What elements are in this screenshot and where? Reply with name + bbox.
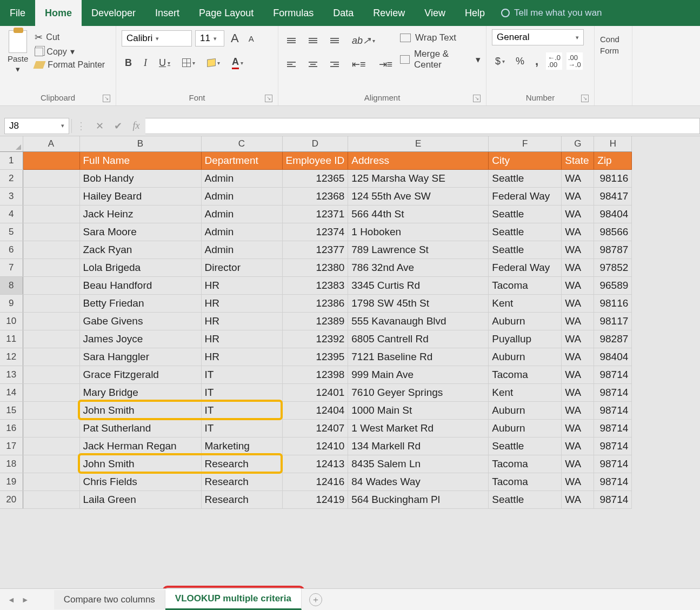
cell[interactable]: 97852 xyxy=(594,258,632,276)
tab-view[interactable]: View xyxy=(415,0,455,26)
column-header[interactable]: C xyxy=(201,136,282,151)
cell[interactable]: 12368 xyxy=(282,187,348,205)
cell[interactable]: 98566 xyxy=(594,223,632,241)
fill-color-button[interactable]: ▾ xyxy=(204,57,223,69)
cell[interactable]: 98404 xyxy=(594,205,632,223)
cell[interactable]: Seattle xyxy=(489,437,562,455)
cell[interactable]: City xyxy=(489,151,562,169)
cell[interactable]: Auburn xyxy=(489,348,562,366)
cell[interactable]: Zip xyxy=(594,151,632,169)
cell[interactable]: Employee ID xyxy=(282,151,348,169)
cell[interactable]: Zack Ryan xyxy=(79,241,201,258)
font-color-button[interactable]: A▾ xyxy=(229,54,246,71)
row-header[interactable]: 14 xyxy=(0,383,23,401)
cell[interactable]: Tacoma xyxy=(489,473,562,490)
cell[interactable]: 999 Main Ave xyxy=(348,366,489,383)
cell[interactable] xyxy=(23,223,79,241)
align-right-button[interactable] xyxy=(327,59,342,69)
cell[interactable]: 7121 Baseline Rd xyxy=(348,348,489,366)
cell[interactable]: IT xyxy=(201,383,282,401)
dialog-launcher-icon[interactable]: ↘ xyxy=(581,95,589,102)
cell[interactable]: Betty Friedan xyxy=(79,294,201,312)
enter-button[interactable]: ✔ xyxy=(109,120,127,132)
tab-developer[interactable]: Developer xyxy=(82,0,145,26)
cell[interactable] xyxy=(23,455,79,473)
align-bottom-button[interactable] xyxy=(327,36,342,45)
align-center-button[interactable] xyxy=(305,59,321,69)
cell[interactable]: WA xyxy=(562,205,594,223)
cell[interactable]: 98404 xyxy=(594,348,632,366)
cell[interactable]: Sara Hanggler xyxy=(79,348,201,366)
three-dots-icon[interactable]: ⋮ xyxy=(72,120,90,132)
cell[interactable]: Director xyxy=(201,258,282,276)
cell[interactable] xyxy=(23,276,79,294)
row-header[interactable]: 16 xyxy=(0,419,23,437)
cell[interactable]: HR xyxy=(201,276,282,294)
row-header[interactable]: 10 xyxy=(0,312,23,330)
borders-button[interactable]: ▾ xyxy=(179,56,198,69)
column-header[interactable]: F xyxy=(489,136,562,151)
cell[interactable]: 6805 Cantrell Rd xyxy=(348,330,489,348)
cell[interactable]: Sara Moore xyxy=(79,223,201,241)
cell[interactable]: 98787 xyxy=(594,241,632,258)
percent-format-button[interactable]: % xyxy=(512,54,528,69)
cell[interactable]: Auburn xyxy=(489,401,562,419)
cell[interactable]: 12386 xyxy=(282,294,348,312)
align-middle-button[interactable] xyxy=(305,36,321,45)
row-header[interactable]: 19 xyxy=(0,473,23,490)
cell[interactable]: Research xyxy=(201,455,282,473)
cell[interactable]: 3345 Curtis Rd xyxy=(348,276,489,294)
cell[interactable]: WA xyxy=(562,169,594,187)
cell[interactable]: 12365 xyxy=(282,169,348,187)
decrease-decimal-button[interactable]: .00→.0 xyxy=(566,52,583,70)
row-header[interactable]: 12 xyxy=(0,348,23,366)
dialog-launcher-icon[interactable]: ↘ xyxy=(265,95,272,102)
cell[interactable]: WA xyxy=(562,490,594,508)
cell[interactable]: 12401 xyxy=(282,383,348,401)
row-header[interactable]: 18 xyxy=(0,455,23,473)
cell[interactable]: WA xyxy=(562,294,594,312)
cell[interactable]: Research xyxy=(201,490,282,508)
cell[interactable]: 98714 xyxy=(594,437,632,455)
cell[interactable]: WA xyxy=(562,223,594,241)
cell[interactable]: 96589 xyxy=(594,276,632,294)
row-header[interactable]: 8 xyxy=(0,276,23,294)
paste-button[interactable]: Paste ▾ xyxy=(5,29,30,91)
cell[interactable]: 98117 xyxy=(594,312,632,330)
column-header[interactable]: H xyxy=(594,136,632,151)
cell[interactable]: Kent xyxy=(489,383,562,401)
cell[interactable]: Seattle xyxy=(489,241,562,258)
cell[interactable]: 98116 xyxy=(594,169,632,187)
cell[interactable]: 12404 xyxy=(282,401,348,419)
cell[interactable]: Auburn xyxy=(489,419,562,437)
cell[interactable]: 134 Markell Rd xyxy=(348,437,489,455)
cell[interactable]: 125 Marsha Way SE xyxy=(348,169,489,187)
cell[interactable]: Pat Sutherland xyxy=(79,419,201,437)
tab-insert[interactable]: Insert xyxy=(145,0,189,26)
cell[interactable] xyxy=(23,419,79,437)
cell[interactable] xyxy=(23,151,79,169)
increase-indent-button[interactable]: ⇥≡ xyxy=(376,56,396,72)
cell[interactable]: Laila Green xyxy=(79,490,201,508)
cell[interactable] xyxy=(23,312,79,330)
cell[interactable]: Hailey Beard xyxy=(79,187,201,205)
cell[interactable] xyxy=(23,205,79,223)
cell[interactable]: 12392 xyxy=(282,330,348,348)
cell[interactable]: Federal Way xyxy=(489,187,562,205)
cell[interactable]: 12371 xyxy=(282,205,348,223)
cell[interactable]: WA xyxy=(562,258,594,276)
column-header[interactable]: G xyxy=(562,136,594,151)
cell[interactable]: IT xyxy=(201,401,282,419)
align-top-button[interactable] xyxy=(284,36,299,45)
cell[interactable]: 98714 xyxy=(594,473,632,490)
cell[interactable]: Grace Fitzgerald xyxy=(79,366,201,383)
cell[interactable]: Jack Herman Regan xyxy=(79,437,201,455)
cell[interactable]: 98417 xyxy=(594,187,632,205)
tab-data[interactable]: Data xyxy=(323,0,363,26)
cell[interactable]: Research xyxy=(201,473,282,490)
cell[interactable]: 12416 xyxy=(282,473,348,490)
cell[interactable]: State xyxy=(562,151,594,169)
name-box[interactable]: J8▾ xyxy=(4,118,69,134)
cell[interactable]: IT xyxy=(201,366,282,383)
cell[interactable]: 566 44th St xyxy=(348,205,489,223)
